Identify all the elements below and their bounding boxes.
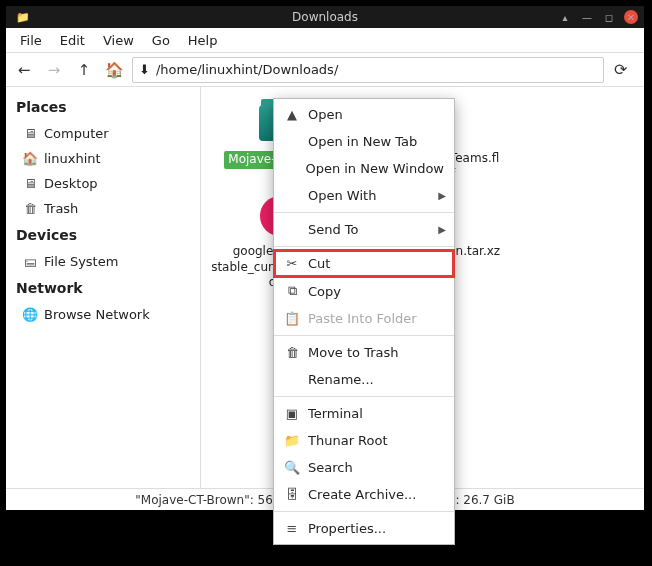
sidebar-item-label: Desktop (44, 176, 98, 191)
forward-button[interactable]: → (42, 58, 66, 82)
menu-item-icon: ✂ (284, 256, 300, 271)
close-button[interactable]: ✕ (624, 10, 638, 24)
sidebar-item[interactable]: 🖴File System (6, 249, 200, 274)
menu-item-icon: 📋 (284, 311, 300, 326)
toolbar: ← → ↑ 🏠 ⬇ /home/linuxhint/Downloads/ ⟳ (6, 53, 644, 87)
context-menu-item[interactable]: Rename... (274, 366, 454, 393)
menubar: File Edit View Go Help (6, 28, 644, 53)
menu-item-label: Cut (308, 256, 330, 271)
menu-edit[interactable]: Edit (52, 30, 93, 51)
menu-item-icon: ≡ (284, 521, 300, 536)
context-menu-item[interactable]: 🗑Move to Trash (274, 339, 454, 366)
sidebar-item-icon: 🖥 (22, 126, 38, 141)
reload-button[interactable]: ⟳ (614, 60, 638, 79)
menu-item-label: Thunar Root (308, 433, 388, 448)
sidebar-item[interactable]: 🏠linuxhint (6, 146, 200, 171)
menu-item-label: Copy (308, 284, 341, 299)
sidebar: Places🖥Computer🏠linuxhint🖥Desktop🗑TrashD… (6, 87, 201, 488)
menu-item-label: Properties... (308, 521, 386, 536)
sidebar-item-label: linuxhint (44, 151, 101, 166)
menu-item-label: Rename... (308, 372, 374, 387)
menu-item-icon: ▲ (284, 107, 300, 122)
context-menu-item[interactable]: ▲Open (274, 101, 454, 128)
sidebar-item-label: File System (44, 254, 118, 269)
maximize-button[interactable]: ◻ (602, 10, 616, 24)
context-menu-item[interactable]: ▣Terminal (274, 400, 454, 427)
context-menu-item[interactable]: Open in New Tab (274, 128, 454, 155)
minimize-button[interactable]: — (580, 10, 594, 24)
sidebar-category: Network (6, 274, 200, 302)
sidebar-item-icon: 🌐 (22, 307, 38, 322)
menu-item-icon: 🔍 (284, 460, 300, 475)
menu-item-label: Open in New Tab (308, 134, 417, 149)
back-button[interactable]: ← (12, 58, 36, 82)
context-menu-item[interactable]: Send To▶ (274, 216, 454, 243)
sidebar-item[interactable]: 🖥Desktop (6, 171, 200, 196)
menu-item-icon: 🗄 (284, 487, 300, 502)
sidebar-item-icon: 🗑 (22, 201, 38, 216)
context-menu-item[interactable]: Open in New Window (274, 155, 454, 182)
menu-item-label: Paste Into Folder (308, 311, 417, 326)
menu-file[interactable]: File (12, 30, 50, 51)
menu-item-label: Terminal (308, 406, 363, 421)
menu-go[interactable]: Go (144, 30, 178, 51)
sidebar-category: Devices (6, 221, 200, 249)
sidebar-category: Places (6, 93, 200, 121)
download-icon: ⬇ (139, 62, 150, 77)
parent-button[interactable]: ↑ (72, 58, 96, 82)
context-menu-item[interactable]: 🔍Search (274, 454, 454, 481)
context-menu-item: 📋Paste Into Folder (274, 305, 454, 332)
menu-help[interactable]: Help (180, 30, 226, 51)
context-menu-item[interactable]: 📁Thunar Root (274, 427, 454, 454)
menu-item-icon: ⧉ (284, 283, 300, 299)
menu-item-icon: 🗑 (284, 345, 300, 360)
context-menu-item[interactable]: ⧉Copy (274, 277, 454, 305)
submenu-arrow-icon: ▶ (438, 224, 446, 235)
sidebar-item-label: Computer (44, 126, 109, 141)
sidebar-item-icon: 🖥 (22, 176, 38, 191)
menu-item-label: Move to Trash (308, 345, 399, 360)
menu-item-label: Open With (308, 188, 376, 203)
menu-item-label: Send To (308, 222, 359, 237)
context-menu: ▲OpenOpen in New TabOpen in New WindowOp… (273, 98, 455, 545)
menu-separator (274, 335, 454, 336)
context-menu-item[interactable]: ✂Cut (274, 250, 454, 277)
context-menu-item[interactable]: Open With▶ (274, 182, 454, 209)
sidebar-item-icon: 🏠 (22, 151, 38, 166)
sidebar-item[interactable]: 🖥Computer (6, 121, 200, 146)
window-title: Downloads (6, 10, 644, 24)
menu-separator (274, 511, 454, 512)
submenu-arrow-icon: ▶ (438, 190, 446, 201)
sidebar-item-label: Browse Network (44, 307, 150, 322)
menu-item-label: Search (308, 460, 353, 475)
menu-item-label: Open (308, 107, 343, 122)
context-menu-item[interactable]: 🗄Create Archive... (274, 481, 454, 508)
titlebar: 📁 Downloads ▴ — ◻ ✕ (6, 6, 644, 28)
context-menu-item[interactable]: ≡Properties... (274, 515, 454, 542)
menu-item-label: Create Archive... (308, 487, 416, 502)
sidebar-item[interactable]: 🌐Browse Network (6, 302, 200, 327)
menu-separator (274, 246, 454, 247)
menu-separator (274, 396, 454, 397)
up-button-icon[interactable]: ▴ (558, 10, 572, 24)
sidebar-item-icon: 🖴 (22, 254, 38, 269)
menu-separator (274, 212, 454, 213)
path-text: /home/linuxhint/Downloads/ (156, 62, 338, 77)
home-button[interactable]: 🏠 (102, 58, 126, 82)
path-input[interactable]: ⬇ /home/linuxhint/Downloads/ (132, 57, 604, 83)
app-icon: 📁 (16, 11, 30, 24)
menu-item-icon: ▣ (284, 406, 300, 421)
menu-item-icon: 📁 (284, 433, 300, 448)
sidebar-item-label: Trash (44, 201, 78, 216)
menu-view[interactable]: View (95, 30, 142, 51)
sidebar-item[interactable]: 🗑Trash (6, 196, 200, 221)
menu-item-label: Open in New Window (305, 161, 444, 176)
